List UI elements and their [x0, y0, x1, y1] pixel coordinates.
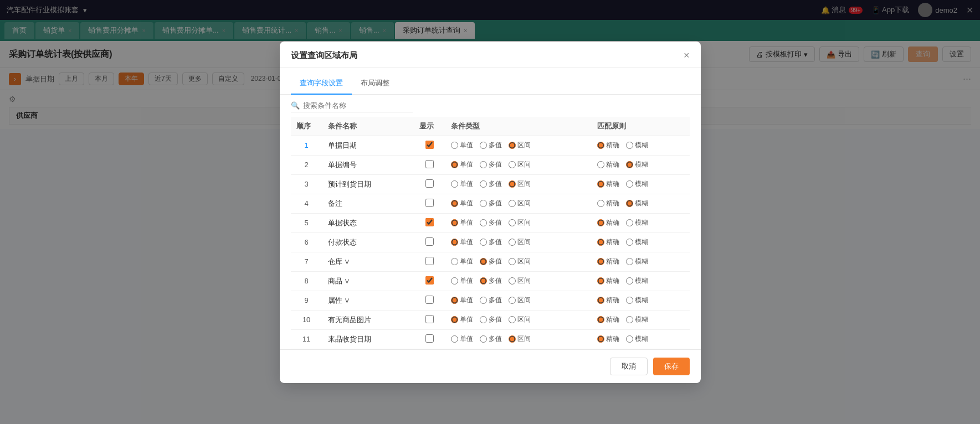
dialog-header: 设置查询区域布局 ×	[280, 42, 701, 68]
dialog-close-btn[interactable]: ×	[684, 50, 690, 60]
th-order: 顺序	[291, 117, 322, 130]
dialog-title: 设置查询区域布局	[291, 50, 357, 61]
search-icon: 🔍	[291, 101, 300, 110]
search-wrapper: 🔍	[291, 101, 413, 112]
dialog-overlay: 设置查询区域布局 × 查询字段设置 布局调整 🔍 顺序	[0, 0, 980, 129]
dialog-tab-layout[interactable]: 布局调整	[352, 75, 398, 95]
search-input[interactable]	[303, 101, 403, 110]
dialog-table-wrapper: 顺序 条件名称 显示 条件类型 匹配原则 1单据日期单值多值区间精确模糊2单据编…	[280, 117, 701, 130]
th-match: 匹配原则	[592, 117, 689, 130]
th-display: 显示	[414, 117, 445, 130]
th-name: 条件名称	[322, 117, 414, 130]
settings-dialog: 设置查询区域布局 × 查询字段设置 布局调整 🔍 顺序	[280, 42, 701, 130]
dialog-tab-bar: 查询字段设置 布局调整	[280, 68, 701, 95]
th-type: 条件类型	[445, 117, 592, 130]
conditions-table: 顺序 条件名称 显示 条件类型 匹配原则 1单据日期单值多值区间精确模糊2单据编…	[291, 117, 690, 130]
dialog-tab-field-settings[interactable]: 查询字段设置	[291, 75, 352, 95]
dialog-search-area: 🔍	[280, 95, 701, 117]
